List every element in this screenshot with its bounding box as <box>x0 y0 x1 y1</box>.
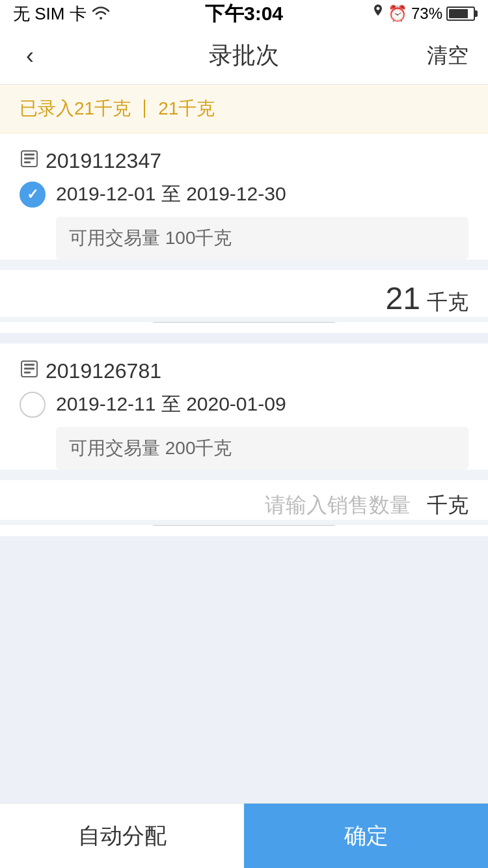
batch-2-input-row[interactable]: 千克 <box>0 480 488 520</box>
batch-1-header: 2019112347 <box>20 149 468 173</box>
wifi-icon <box>92 4 110 24</box>
auto-distribute-button[interactable]: 自动分配 <box>0 804 244 868</box>
bottom-bar: 自动分配 确定 <box>0 803 488 868</box>
location-icon <box>372 5 384 23</box>
battery-icon <box>446 7 475 21</box>
recorded-label: 已录入21千克 <box>20 96 131 121</box>
svg-rect-7 <box>24 372 31 373</box>
total-label: 21千克 <box>158 96 215 121</box>
batch-2-date: 2019-12-11 至 2020-01-09 <box>56 391 286 418</box>
svg-rect-3 <box>24 161 31 163</box>
status-time: 下午3:04 <box>205 1 283 27</box>
empty-area <box>0 536 488 816</box>
batch-1-radio[interactable]: ✓ <box>20 182 46 208</box>
alarm-icon: ⏰ <box>388 5 407 23</box>
svg-rect-1 <box>24 154 34 156</box>
info-divider <box>144 100 145 118</box>
batch-2-available: 可用交易量 200千克 <box>56 427 468 470</box>
batch-card-2: 2019126781 2019-12-11 至 2020-01-09 可用交易量… <box>0 344 488 470</box>
batch-card-1: 2019112347 ✓ 2019-12-01 至 2019-12-30 可用交… <box>0 133 488 260</box>
carrier-label: 无 SIM 卡 <box>13 3 87 25</box>
status-left: 无 SIM 卡 <box>13 3 110 25</box>
info-banner: 已录入21千克 21千克 <box>0 85 488 133</box>
batch-2-id: 2019126781 <box>46 359 161 383</box>
batch-2-underline <box>153 525 335 526</box>
batch-2-qty-input[interactable] <box>225 491 420 518</box>
batch-1-available: 可用交易量 100千克 <box>56 217 468 260</box>
batch-1-date: 2019-12-01 至 2019-12-30 <box>56 181 286 208</box>
back-button[interactable]: ‹ <box>20 36 40 76</box>
batch-1-amount-value: 21 <box>386 280 420 316</box>
clear-button[interactable]: 清空 <box>427 42 468 70</box>
batch-2-header: 2019126781 <box>20 359 468 383</box>
page-title: 录批次 <box>209 40 279 72</box>
batch-1-amount-unit: 千克 <box>427 288 468 317</box>
svg-rect-5 <box>24 364 34 366</box>
confirm-button[interactable]: 确定 <box>244 804 488 868</box>
batch-2-radio[interactable] <box>20 392 46 418</box>
svg-rect-2 <box>24 157 34 159</box>
check-mark: ✓ <box>27 186 38 203</box>
svg-rect-6 <box>24 368 34 370</box>
batch-1-id: 2019112347 <box>46 149 161 173</box>
status-bar: 无 SIM 卡 下午3:04 ⏰ 73% <box>0 0 488 27</box>
card-divider <box>0 333 488 344</box>
batch-2-unit: 千克 <box>427 491 468 520</box>
batch-1-amount-row: 21 千克 <box>0 270 488 317</box>
batch-2-icon <box>20 359 39 383</box>
nav-bar: ‹ 录批次 清空 <box>0 27 488 85</box>
batch-2-date-row: 2019-12-11 至 2020-01-09 <box>20 391 468 418</box>
batch-1-underline <box>153 322 335 323</box>
batch-1-date-row: ✓ 2019-12-01 至 2019-12-30 <box>20 181 468 208</box>
battery-text: 73% <box>411 5 442 23</box>
status-right: ⏰ 73% <box>372 5 475 23</box>
batch-1-icon <box>20 149 39 173</box>
